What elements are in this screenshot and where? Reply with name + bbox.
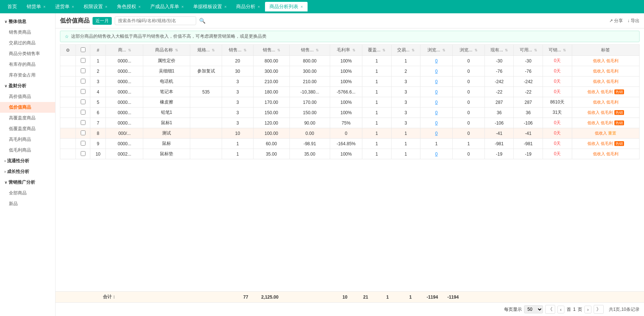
- row-checkbox[interactable]: [81, 130, 85, 135]
- nav-roles[interactable]: 角色授权 ×: [113, 2, 145, 11]
- nav-sales[interactable]: 销货单 ×: [22, 2, 50, 11]
- sidebar-item-all-goods[interactable]: 全部商品: [0, 188, 55, 198]
- td-checkbox[interactable]: [76, 128, 90, 139]
- th-sellable[interactable]: 可销... ⇅: [543, 45, 572, 56]
- sidebar-item-category-rate[interactable]: 商品分类销售率: [0, 48, 55, 59]
- sidebar-item-high-value[interactable]: 高价值商品: [0, 91, 55, 102]
- browse-link[interactable]: 0: [435, 120, 438, 126]
- nav-goods-list[interactable]: 商品分析列表 ×: [265, 2, 307, 11]
- td-checkbox[interactable]: [76, 56, 90, 66]
- next-page-button[interactable]: ›: [584, 306, 591, 313]
- row-checkbox[interactable]: [81, 110, 85, 115]
- nav-close-goods-analysis[interactable]: ×: [258, 4, 260, 9]
- sidebar-group-marketing[interactable]: ∨ 营销推广分析: [0, 177, 55, 188]
- th-sales-profit[interactable]: 销售... ⇅: [289, 45, 330, 56]
- browse-link[interactable]: 0: [435, 152, 438, 157]
- th-sales-amount[interactable]: 销售... ⇅: [253, 45, 289, 56]
- nav-purchase[interactable]: 进货单 ×: [51, 2, 78, 11]
- sidebar-item-low-value[interactable]: 低价值商品: [0, 102, 55, 113]
- nav-templates[interactable]: 单据模板设置 ×: [189, 2, 231, 11]
- td-checkbox[interactable]: [76, 97, 90, 108]
- th-browse2[interactable]: 浏览... ⇅: [453, 45, 485, 56]
- sidebar-item-sales-goods[interactable]: 销售类商品: [0, 27, 55, 38]
- nav-close-goods-list[interactable]: ×: [301, 4, 303, 9]
- first-page-button[interactable]: 《: [545, 305, 555, 314]
- td-checkbox[interactable]: [76, 87, 90, 97]
- td-browse1[interactable]: 0: [420, 56, 453, 66]
- browse-link[interactable]: 0: [435, 89, 438, 95]
- th-checkbox[interactable]: [76, 45, 90, 56]
- sidebar-group-growth[interactable]: › 成长性分析: [0, 166, 55, 177]
- nav-close-roles[interactable]: ×: [138, 4, 141, 9]
- nav-close-products[interactable]: ×: [181, 4, 184, 9]
- td-browse1[interactable]: 1: [420, 139, 453, 149]
- td-checkbox[interactable]: [76, 149, 90, 159]
- th-coverage[interactable]: 覆盖... ⇅: [362, 45, 392, 56]
- th-avail[interactable]: 可用... ⇅: [514, 45, 543, 56]
- browse-link[interactable]: 0: [435, 100, 438, 105]
- sidebar-item-traded-goods[interactable]: 交易过的商品: [0, 38, 55, 48]
- nav-home[interactable]: 首页: [3, 2, 21, 11]
- last-page-button[interactable]: 》: [594, 305, 604, 314]
- th-trades[interactable]: 交易... ⇅: [391, 45, 420, 56]
- td-checkbox[interactable]: [76, 77, 90, 87]
- row-checkbox[interactable]: [81, 99, 85, 104]
- nav-close-templates[interactable]: ×: [224, 4, 227, 9]
- td-checkbox[interactable]: [76, 108, 90, 118]
- th-gross-margin[interactable]: 毛利率 ⇅: [330, 45, 362, 56]
- filter-tag-button[interactable]: 近一月: [93, 17, 112, 25]
- row-checkbox[interactable]: [81, 68, 85, 73]
- browse-link[interactable]: 0: [435, 131, 438, 136]
- browse-link[interactable]: 0: [435, 69, 438, 74]
- select-all-checkbox[interactable]: [81, 47, 85, 52]
- th-code[interactable]: 商... ⇅: [106, 45, 143, 56]
- th-browse1[interactable]: 浏览... ⇅: [420, 45, 453, 56]
- td-browse1[interactable]: 0: [420, 77, 453, 87]
- sidebar-group-profit[interactable]: ∨ 盈财分析: [0, 81, 55, 91]
- sidebar-item-stock-goods[interactable]: 有库存的商品: [0, 59, 55, 70]
- td-browse1[interactable]: 0: [420, 87, 453, 97]
- row-checkbox[interactable]: [81, 89, 85, 94]
- row-checkbox[interactable]: [81, 58, 85, 63]
- row-checkbox[interactable]: [81, 151, 85, 156]
- nav-close-permissions[interactable]: ×: [105, 4, 107, 9]
- settings-icon[interactable]: ⚙: [66, 48, 70, 53]
- sidebar-item-low-profit[interactable]: 低毛利商品: [0, 145, 55, 156]
- nav-close-sales[interactable]: ×: [43, 4, 46, 9]
- search-icon[interactable]: 🔍: [199, 18, 205, 24]
- td-checkbox[interactable]: [76, 118, 90, 128]
- td-browse1[interactable]: 0: [420, 97, 453, 108]
- nav-goods-analysis[interactable]: 商品分析 ×: [232, 2, 264, 11]
- prev-page-button[interactable]: ‹: [557, 306, 564, 313]
- td-browse1[interactable]: 0: [420, 66, 453, 77]
- per-page-select[interactable]: 50 100 200: [524, 305, 543, 313]
- td-browse1[interactable]: 0: [420, 108, 453, 118]
- export-button[interactable]: ↓ 导出: [627, 18, 640, 24]
- sidebar-item-stock-capital[interactable]: 库存资金占用: [0, 70, 55, 81]
- browse-link[interactable]: 0: [435, 58, 438, 64]
- sidebar-group-overall[interactable]: ∨ 整体信息: [0, 16, 55, 27]
- browse-link[interactable]: 0: [435, 110, 438, 115]
- th-spec[interactable]: 规格... ⇅: [190, 45, 222, 56]
- sidebar-item-high-coverage[interactable]: 高覆盖度商品: [0, 113, 55, 123]
- search-input[interactable]: [115, 16, 196, 25]
- nav-products[interactable]: 产成品入库单 ×: [146, 2, 188, 11]
- share-button[interactable]: ↗ 分享: [609, 18, 623, 24]
- th-sales-qty[interactable]: 销售... ⇅: [222, 45, 253, 56]
- nav-close-purchase[interactable]: ×: [72, 4, 74, 9]
- row-checkbox[interactable]: [81, 79, 85, 84]
- td-browse1[interactable]: 0: [420, 118, 453, 128]
- th-stock1[interactable]: 现有... ⇅: [484, 45, 514, 56]
- sidebar-group-circulation[interactable]: › 流通性分析: [0, 156, 55, 166]
- row-checkbox[interactable]: [81, 120, 85, 125]
- td-browse1[interactable]: 0: [420, 128, 453, 139]
- row-checkbox[interactable]: [81, 141, 85, 146]
- td-browse1[interactable]: 0: [420, 149, 453, 159]
- nav-permissions[interactable]: 权限设置 ×: [79, 2, 112, 11]
- td-checkbox[interactable]: [76, 66, 90, 77]
- th-name[interactable]: 商品名称 ⇅: [143, 45, 190, 56]
- sidebar-item-new-goods[interactable]: 新品: [0, 198, 55, 209]
- sidebar-item-low-coverage[interactable]: 低覆盖度商品: [0, 123, 55, 134]
- th-settings[interactable]: ⚙: [60, 45, 76, 56]
- sidebar-item-high-profit[interactable]: 高毛利商品: [0, 134, 55, 145]
